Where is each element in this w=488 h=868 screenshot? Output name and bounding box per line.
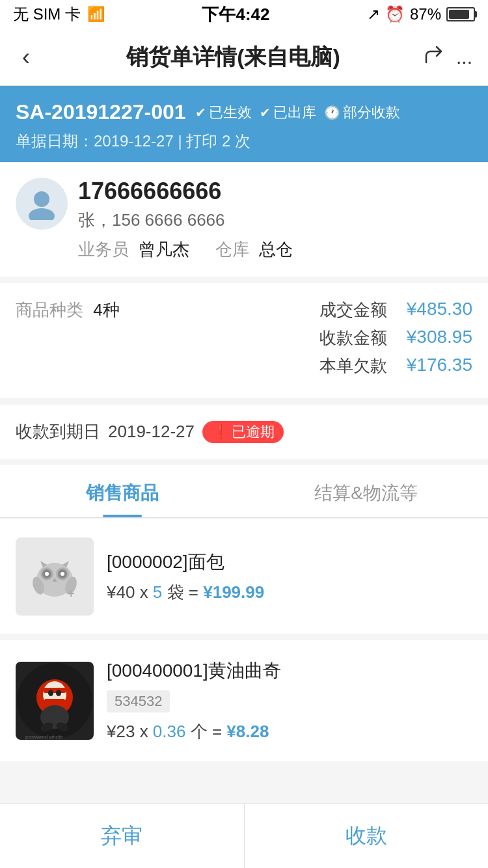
product-unit-2: 个	[191, 722, 208, 741]
product-name-1: [0000002]面包	[107, 550, 472, 575]
svg-point-19	[48, 690, 53, 696]
due-date-section: 收款到期日 2019-12-27 ❗ 已逾期	[0, 405, 488, 459]
due-date-label: 收款到期日	[16, 420, 100, 443]
confirm-button[interactable]: 收款	[245, 804, 489, 868]
product-card-1: + [0000002]面包 ¥40 x 5 袋 = ¥199.99	[0, 519, 488, 634]
svg-text:password whole: password whole	[25, 734, 63, 740]
battery-icon	[446, 7, 475, 21]
status-shipped-label: 已出库	[273, 103, 316, 122]
product-code-1: [0000002]	[107, 552, 188, 572]
customer-account: 17666666666	[78, 178, 472, 205]
payment-label: 收款金额	[319, 327, 387, 349]
battery-text: 87%	[410, 5, 441, 23]
due-date-value: 2019-12-27	[108, 422, 195, 442]
payment-value: ¥308.95	[407, 327, 472, 349]
status-partial-label: 部分收款	[343, 103, 400, 122]
product-equals-1: =	[189, 582, 203, 602]
product-unit-1: 袋	[167, 582, 184, 602]
tab-products-label: 销售商品	[86, 483, 159, 503]
order-date: 单据日期：2019-12-27	[16, 132, 174, 150]
product-title-1: 面包	[188, 552, 224, 572]
product-equals-2: =	[212, 722, 226, 741]
owed-label: 本单欠款	[319, 355, 387, 377]
check-icon-2: ✔	[260, 105, 271, 120]
tab-settlement[interactable]: 结算&物流等	[244, 465, 488, 517]
svg-point-7	[45, 572, 49, 576]
product-info-1: [0000002]面包 ¥40 x 5 袋 = ¥199.99	[107, 550, 472, 604]
clock-icon: 🕐	[324, 105, 340, 120]
customer-section: 17666666666 张，156 6666 6666 业务员 曾凡杰 仓库 总…	[0, 162, 488, 277]
order-print-count: 打印 2 次	[186, 132, 251, 150]
status-effected-label: 已生效	[209, 103, 252, 122]
product-unit-price-2: ¥23	[107, 722, 135, 741]
customer-meta: 业务员 曾凡杰 仓库 总仓	[78, 238, 472, 261]
svg-text:+: +	[68, 587, 75, 600]
order-meta: 单据日期：2019-12-27 | 打印 2 次	[16, 131, 472, 152]
order-id: SA-20191227-001	[16, 100, 186, 124]
svg-rect-18	[43, 688, 66, 693]
overdue-text: 已逾期	[232, 422, 275, 442]
svg-point-1	[29, 208, 55, 220]
warehouse-label: 仓库 总仓	[215, 238, 293, 261]
tab-products[interactable]: 销售商品	[0, 465, 244, 517]
product-total-2: ¥8.28	[226, 722, 269, 741]
product-sku-2: 534532	[107, 690, 170, 712]
payment-row: 收款金额 ¥308.95	[319, 327, 472, 349]
status-badges: ✔ 已生效 ✔ 已出库 🕐 部分收款	[195, 103, 400, 122]
status-left: 无 SIM 卡 📶	[13, 4, 105, 25]
owed-value: ¥176.35	[407, 355, 472, 377]
alarm-icon: ⏰	[385, 5, 405, 23]
types-label: 商品种类	[16, 300, 83, 319]
tabs-section: 销售商品 结算&物流等	[0, 465, 488, 518]
overdue-badge: ❗ 已逾期	[202, 421, 284, 443]
bottom-bar: 弃审 收款	[0, 803, 488, 868]
stats-section: 商品种类 4种 成交金额 ¥485.30 收款金额 ¥308.95 本单欠款 ¥…	[0, 283, 488, 398]
order-id-row: SA-20191227-001 ✔ 已生效 ✔ 已出库 🕐 部分收款	[16, 100, 472, 124]
amount-row: 成交金额 ¥485.30	[319, 299, 472, 321]
back-button[interactable]: ‹	[16, 37, 36, 77]
product-info-2: [000400001]黄油曲奇 534532 ¥23 x 0.36 个 = ¥8…	[107, 658, 472, 743]
types-count: 4种	[93, 300, 119, 319]
status-badge-effected: ✔ 已生效	[195, 103, 252, 122]
salesperson-label: 业务员 曾凡杰	[78, 238, 189, 261]
product-price-row-2: ¥23 x 0.36 个 = ¥8.28	[107, 720, 472, 743]
avatar	[16, 178, 68, 230]
status-badge-shipped: ✔ 已出库	[260, 103, 316, 122]
overdue-icon: ❗	[211, 424, 229, 441]
product-times-1: x	[140, 582, 153, 602]
owed-row: 本单欠款 ¥176.35	[319, 355, 472, 377]
nav-bar: ‹ 销货单详情(来自电脑) ...	[0, 29, 488, 86]
status-right: ↗ ⏰ 87%	[367, 5, 475, 23]
product-types: 商品种类 4种	[16, 299, 120, 321]
product-title-2: 黄油曲奇	[208, 660, 281, 681]
status-time: 下午4:42	[202, 3, 269, 26]
order-print-separator: |	[178, 132, 186, 150]
products-section: + [0000002]面包 ¥40 x 5 袋 = ¥199.99	[0, 519, 488, 839]
location-icon: ↗	[367, 5, 380, 23]
share-button[interactable]	[424, 45, 443, 69]
check-icon-1: ✔	[195, 105, 206, 120]
cancel-button[interactable]: 弃审	[0, 804, 245, 868]
salesperson-value: 曾凡杰	[139, 239, 189, 259]
customer-phone: 张，156 6666 6666	[78, 209, 472, 232]
svg-point-20	[56, 690, 61, 696]
carrier-text: 无 SIM 卡	[13, 4, 81, 25]
status-badge-partial: 🕐 部分收款	[324, 103, 400, 122]
svg-point-0	[34, 191, 49, 207]
product-times-2: x	[140, 722, 153, 741]
tab-settlement-label: 结算&物流等	[314, 483, 418, 503]
stats-amounts: 成交金额 ¥485.30 收款金额 ¥308.95 本单欠款 ¥176.35	[319, 299, 472, 383]
product-qty-2: 0.36	[153, 722, 186, 741]
nav-actions: ...	[424, 45, 472, 69]
product-image-1: +	[16, 537, 94, 616]
order-header: SA-20191227-001 ✔ 已生效 ✔ 已出库 🕐 部分收款 单据日期：…	[0, 86, 488, 162]
svg-point-8	[61, 572, 64, 576]
product-qty-1: 5	[153, 582, 162, 602]
page-title: 销货单详情(来自电脑)	[43, 42, 424, 72]
amount-label: 成交金额	[319, 299, 387, 321]
more-button[interactable]: ...	[456, 46, 472, 68]
product-total-1: ¥199.99	[203, 582, 264, 602]
product-name-2: [000400001]黄油曲奇	[107, 658, 472, 683]
customer-info: 17666666666 张，156 6666 6666 业务员 曾凡杰 仓库 总…	[78, 178, 472, 261]
product-price-row-1: ¥40 x 5 袋 = ¥199.99	[107, 581, 472, 604]
